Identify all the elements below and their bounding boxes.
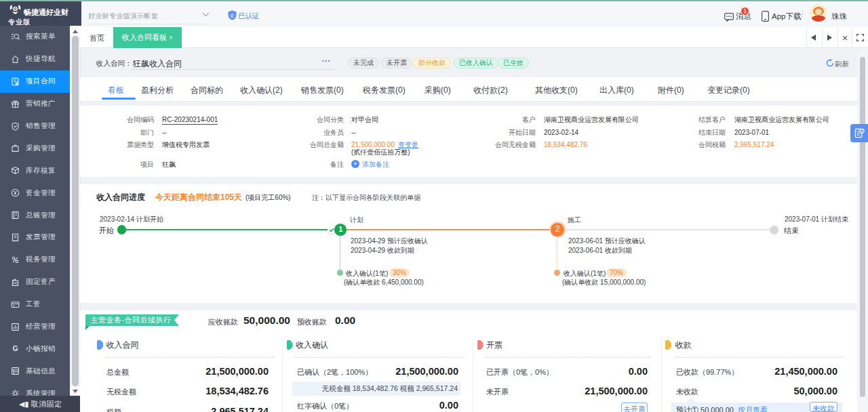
svg-text:G: G xyxy=(12,345,18,353)
svg-text:企: 企 xyxy=(229,13,235,18)
